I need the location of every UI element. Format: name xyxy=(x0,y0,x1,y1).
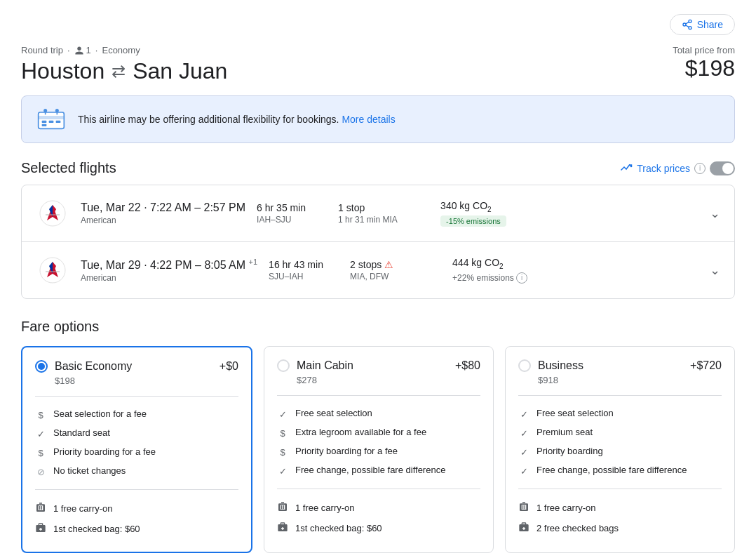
share-label: Share xyxy=(697,19,723,30)
check-icon: ✓ xyxy=(518,408,529,420)
fare-feature: ⊘ No ticket changes xyxy=(35,462,238,481)
flight-datetime: Tue, Mar 22 · 7:22 AM – 2:57 PM xyxy=(81,201,245,214)
fare-card-basic[interactable]: Basic Economy +$0 $198 $ Seat selection … xyxy=(21,346,252,553)
emissions-value: 444 kg CO2 xyxy=(452,257,698,270)
flight-row[interactable]: Tue, Mar 29 · 4:22 PM – 8:05 AM +1 Ameri… xyxy=(22,242,734,298)
next-day-indicator: +1 xyxy=(249,258,258,266)
feature-text: Standard seat xyxy=(53,427,110,438)
fare-divider xyxy=(277,489,480,489)
carry-on-icon xyxy=(277,501,288,514)
flexibility-icon xyxy=(34,106,68,133)
person-icon: 1 xyxy=(74,45,91,55)
fare-card-main[interactable]: Main Cabin +$80 $278 ✓ Free seat selecti… xyxy=(264,346,494,553)
checked-bag-feature: 1st checked bag: $60 xyxy=(277,518,480,538)
flight-depart: 7:22 AM xyxy=(150,201,191,213)
warning-icon: ⚠ xyxy=(384,259,393,270)
fare-radio-business[interactable] xyxy=(518,359,531,372)
flights-container: Tue, Mar 22 · 7:22 AM – 2:57 PM American… xyxy=(21,185,735,299)
check-icon: ✓ xyxy=(518,427,529,439)
flight-date: Tue, Mar 22 xyxy=(81,201,141,213)
airline-name: American xyxy=(81,273,257,283)
airline-logo xyxy=(36,253,69,287)
fare-radio-basic[interactable] xyxy=(35,360,48,373)
checked-bag-feature: 2 free checked bags xyxy=(518,518,722,538)
airline-name: American xyxy=(81,215,245,225)
fare-base-price: $198 xyxy=(55,376,238,386)
share-button[interactable]: Share xyxy=(670,14,735,35)
dollar-icon: $ xyxy=(35,447,46,458)
feature-text: No ticket changes xyxy=(53,465,126,476)
svg-rect-9 xyxy=(56,121,61,123)
fare-name-row: Basic Economy xyxy=(35,360,132,373)
svg-point-1 xyxy=(683,23,686,26)
carry-on-feature: 1 free carry-on xyxy=(518,498,722,518)
fare-feature: ✓ Priority boarding xyxy=(518,442,722,461)
fare-radio-main[interactable] xyxy=(277,359,290,372)
checked-bag-feature: 1st checked bag: $60 xyxy=(35,519,238,539)
fare-features-list: $ Seat selection for a fee ✓ Standard se… xyxy=(35,405,238,481)
page-header: Round trip · 1 · Economy Houston ⇄ San J… xyxy=(21,45,735,84)
track-prices-toggle[interactable] xyxy=(710,161,735,175)
dollar-icon: $ xyxy=(35,409,46,420)
flight-datetime: Tue, Mar 29 · 4:22 PM – 8:05 AM +1 xyxy=(81,258,257,272)
checked-bag-text: 2 free checked bags xyxy=(536,523,619,533)
carry-on-text: 1 free carry-on xyxy=(53,503,113,514)
flight-duration: 16 hr 43 min SJU–IAH xyxy=(269,259,339,281)
flexibility-message: This airline may be offering additional … xyxy=(78,114,339,125)
fare-feature: $ Priority boarding for a fee xyxy=(35,443,238,462)
fare-divider xyxy=(518,395,722,396)
duration-time: 16 hr 43 min xyxy=(269,259,339,270)
fare-options-title: Fare options xyxy=(21,319,735,335)
check-icon: ✓ xyxy=(518,465,529,477)
fare-name: Main Cabin xyxy=(297,359,353,372)
flexibility-link[interactable]: More details xyxy=(342,114,395,125)
fare-card-business[interactable]: Business +$720 $918 ✓ Free seat selectio… xyxy=(505,346,735,553)
selected-flights-title: Selected flights xyxy=(21,160,116,176)
track-prices-label: Track prices xyxy=(637,163,690,174)
fare-feature: ✓ Free change, possible fare difference xyxy=(277,461,480,480)
dollar-icon: $ xyxy=(277,427,288,439)
carry-on-feature: 1 free carry-on xyxy=(277,498,480,518)
emissions-info-icon[interactable]: i xyxy=(516,272,527,284)
fare-options-section: Fare options Basic Economy +$0 $198 $ Se… xyxy=(21,319,735,553)
feature-text: Free seat selection xyxy=(536,408,614,418)
share-icon xyxy=(682,19,693,30)
trip-meta: Round trip · 1 · Economy xyxy=(21,45,227,55)
no-icon: ⊘ xyxy=(35,466,46,477)
track-prices-info-icon[interactable]: i xyxy=(694,163,706,174)
flight-times: Tue, Mar 22 · 7:22 AM – 2:57 PM American xyxy=(81,201,245,225)
flight-duration: 6 hr 35 min IAH–SJU xyxy=(257,202,327,225)
track-prices-control[interactable]: Track prices i xyxy=(620,161,735,175)
fare-divider xyxy=(518,489,722,489)
svg-point-2 xyxy=(689,27,691,29)
fare-name-row: Business xyxy=(518,359,583,372)
emissions-pct: +22% emissions i xyxy=(452,272,698,284)
fare-card-header: Basic Economy +$0 xyxy=(35,360,238,373)
flexibility-banner: This airline may be offering additional … xyxy=(21,95,735,143)
cabin-class: Economy xyxy=(102,45,140,55)
fare-feature: ✓ Free seat selection xyxy=(518,404,722,423)
origin-city: Houston xyxy=(21,58,104,84)
flexibility-text: This airline may be offering additional … xyxy=(78,114,396,125)
flight-row[interactable]: Tue, Mar 22 · 7:22 AM – 2:57 PM American… xyxy=(22,185,734,242)
svg-rect-8 xyxy=(49,121,54,123)
emissions-badge: -15% emissions xyxy=(440,215,506,227)
check-icon: ✓ xyxy=(277,465,288,477)
expand-flight-icon[interactable]: ⌄ xyxy=(710,263,720,278)
feature-text: Premium seat xyxy=(536,427,593,437)
fare-price-add: +$80 xyxy=(455,359,480,372)
checked-bag-text: 1st checked bag: $60 xyxy=(295,523,382,533)
expand-flight-icon[interactable]: ⌄ xyxy=(710,206,720,221)
selected-flights-header: Selected flights Track prices i xyxy=(21,160,735,176)
checked-bag-text: 1st checked bag: $60 xyxy=(53,524,140,534)
feature-text: Free change, possible fare difference xyxy=(295,465,445,475)
passenger-count: 1 xyxy=(86,45,91,55)
checked-bag-icon xyxy=(518,522,529,535)
fare-price-add: +$0 xyxy=(220,360,238,373)
feature-text: Seat selection for a fee xyxy=(53,408,147,419)
flight-date: Tue, Mar 29 xyxy=(81,259,141,271)
stops-detail: 1 hr 31 min MIA xyxy=(338,215,429,225)
emissions-value: 340 kg CO2 xyxy=(440,200,698,213)
flight-emissions: 444 kg CO2 +22% emissions i xyxy=(452,257,698,284)
check-icon: ✓ xyxy=(518,446,529,458)
